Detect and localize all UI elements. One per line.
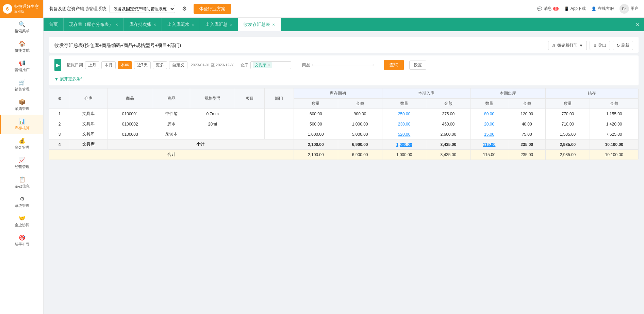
sidebar-item-guide[interactable]: 🎯 新手引导: [0, 231, 43, 250]
row-department: [264, 129, 294, 139]
page-top-actions: 🖨 拨销版打印 ▼ ⬇ 导出 ↻ 刷新: [548, 41, 633, 50]
sidebar-item-enterprise[interactable]: 🤝 企业协同: [0, 212, 43, 231]
sidebar-nav: 🔍 搜索菜单 🏠 快捷导航 📢 营销推广 🛒 销售管理 📦 采购管理 📊: [0, 18, 43, 314]
product-input[interactable]: [312, 64, 374, 66]
tab-home[interactable]: 首页: [44, 18, 64, 31]
row-bal-amt: 1,420.00: [590, 119, 639, 129]
tab-close-icon[interactable]: ✕: [115, 23, 118, 27]
tab-label: 首页: [49, 21, 58, 28]
table-settings-icon[interactable]: ⚙: [58, 96, 62, 101]
tab-in-out-summary[interactable]: 出入库汇总 ✕: [200, 18, 238, 31]
total-start-qty: 2,100.00: [294, 150, 338, 160]
table-row: 2 文具库 0100002 胶水 20ml 500.00 1,000.00 23…: [49, 119, 639, 129]
row-bal-amt: 1,155.00: [590, 109, 639, 119]
filter-settings-button[interactable]: 设置: [409, 61, 426, 70]
tab-stock-dist[interactable]: 现存量（库存分布表） ✕: [64, 18, 124, 31]
app-download-item[interactable]: 📱 App下载: [564, 6, 586, 12]
export-button[interactable]: ⬇ 导出: [590, 41, 610, 50]
expand-filter-button[interactable]: ▼ 展开更多条件: [54, 76, 633, 82]
col-department-header: 部门: [264, 88, 294, 109]
sidebar-item-label: 库存核算: [15, 126, 30, 131]
row-out-amt: 75.00: [508, 129, 546, 139]
tab-label: 现存量（库存分布表）: [69, 21, 113, 28]
row-in-qty[interactable]: 250.00: [382, 109, 426, 119]
print-button[interactable]: 🖨 拨销版打印 ▼: [548, 41, 587, 50]
message-icon: 💬: [537, 6, 542, 11]
sidebar-item-system[interactable]: ⚙ 系统管理: [0, 192, 43, 212]
trial-button[interactable]: 体验行业方案: [194, 4, 231, 14]
tab-batch[interactable]: 库存批次账 ✕: [124, 18, 162, 31]
sidebar-item-inventory[interactable]: 📊 库存核算: [0, 115, 43, 134]
sidebar-item-basic-info[interactable]: 📋 基础信息: [0, 173, 43, 192]
warehouse-tag-remove[interactable]: ✕: [267, 63, 270, 67]
main-area: 装备及固定资产辅助管理系统 装备及固定资产辅助管理系统 ⚙ 体验行业方案 💬 消…: [44, 0, 644, 314]
tab-close-icon[interactable]: ✕: [230, 23, 232, 27]
sidebar-item-operations[interactable]: 📈 经营管理: [0, 153, 43, 173]
date-btn-more[interactable]: 更多: [153, 61, 167, 69]
logo-text: 畅捷通好生意 标准版: [14, 4, 39, 14]
row-department: [264, 119, 294, 129]
row-warehouse: 文具库: [70, 129, 107, 139]
sidebar-item-sales[interactable]: 🛒 销售管理: [0, 76, 43, 95]
sidebar-item-search[interactable]: 🔍 搜索菜单: [0, 18, 43, 37]
filter-bar: ▶ 记账日期 上月 本月 本年 近7天 更多 自定义 2023-01-01 至 …: [49, 55, 639, 85]
user-avatar: Ea: [620, 4, 629, 14]
sidebar-item-quick-nav[interactable]: 🏠 快捷导航: [0, 37, 43, 56]
subtotal-in-qty[interactable]: 1,000.00: [382, 139, 426, 150]
sidebar-item-finance[interactable]: 💰 资金管理: [0, 134, 43, 153]
date-btn-7days[interactable]: 近7天: [134, 61, 151, 69]
marketing-icon: 📢: [19, 60, 26, 66]
online-service-item[interactable]: 👤 在线客服: [591, 6, 614, 12]
date-btn-custom[interactable]: 自定义: [169, 61, 187, 69]
close-all-tabs[interactable]: ✕: [631, 21, 644, 28]
refresh-button[interactable]: ↻ 刷新: [613, 41, 633, 50]
expand-icon: ▼: [54, 77, 59, 82]
row-product-code: 0100001: [107, 109, 153, 119]
row-in-qty[interactable]: 230.00: [382, 119, 426, 129]
sidebar-item-label: 营销推广: [15, 67, 30, 72]
row-out-qty[interactable]: 80.00: [470, 109, 508, 119]
sidebar: 6 畅捷通好生意 标准版 🔍 搜索菜单 🏠 快捷导航 📢 营销推广 🛒: [0, 0, 44, 314]
col-bal-qty: 数量: [546, 99, 590, 109]
date-btn-last-month[interactable]: 上月: [85, 61, 99, 69]
date-btn-this-month[interactable]: 本月: [101, 61, 116, 69]
col-settings-header[interactable]: ⚙: [49, 88, 70, 109]
subtotal-out-amt: 235.00: [508, 139, 546, 150]
col-group-period-start: 库存期初: [294, 88, 382, 99]
subtotal-start-qty: 2,100.00: [294, 139, 338, 150]
tab-close-icon[interactable]: ✕: [272, 23, 275, 27]
sidebar-item-purchase[interactable]: 📦 采购管理: [0, 95, 43, 115]
finance-icon: 💰: [19, 137, 26, 144]
data-table-container: ⚙ 仓库 商品 商品 规格型号 项目 部门 库存期初 本期入库 本期出库 结存: [49, 88, 639, 160]
date-btn-this-year[interactable]: 本年: [118, 61, 132, 69]
col-out-qty: 数量: [470, 99, 508, 109]
tab-close-icon[interactable]: ✕: [153, 23, 156, 27]
total-out-amt: 235.00: [508, 150, 546, 160]
row-warehouse: 文具库: [70, 119, 107, 129]
warehouse-input[interactable]: 文具库 ✕: [250, 61, 291, 69]
tab-flow[interactable]: 出入库流水 ✕: [162, 18, 200, 31]
sidebar-item-marketing[interactable]: 📢 营销推广: [0, 56, 43, 76]
query-button[interactable]: 查询: [384, 60, 404, 70]
row-out-qty[interactable]: 20.00: [470, 119, 508, 129]
topbar: 装备及固定资产辅助管理系统 装备及固定资产辅助管理系统 ⚙ 体验行业方案 💬 消…: [44, 0, 644, 18]
settings-button[interactable]: ⚙: [178, 4, 191, 13]
system-select[interactable]: 装备及固定资产辅助管理系统: [109, 5, 175, 13]
app-logo: 6 畅捷通好生意 标准版: [0, 0, 43, 18]
row-out-amt: 120.00: [508, 109, 546, 119]
tab-close-icon[interactable]: ✕: [192, 23, 194, 27]
filter-toggle-btn[interactable]: ▶: [54, 59, 61, 71]
warehouse-more[interactable]: ...: [293, 63, 296, 67]
product-more[interactable]: ...: [376, 63, 379, 67]
row-in-qty[interactable]: 520.00: [382, 129, 426, 139]
row-out-qty[interactable]: 15.00: [470, 129, 508, 139]
row-bal-qty: 710.00: [546, 119, 590, 129]
row-no: 2: [49, 119, 70, 129]
user-item[interactable]: Ea 用户: [620, 4, 639, 14]
messages-item[interactable]: 💬 消息 6: [537, 6, 559, 12]
col-project-header: 项目: [235, 88, 264, 109]
topbar-right: 💬 消息 6 📱 App下载 👤 在线客服 Ea 用户: [537, 4, 639, 14]
subtotal-out-qty[interactable]: 115.00: [470, 139, 508, 150]
tab-receive-send[interactable]: 收发存汇总表 ✕: [238, 18, 281, 31]
purchase-icon: 📦: [19, 99, 26, 105]
